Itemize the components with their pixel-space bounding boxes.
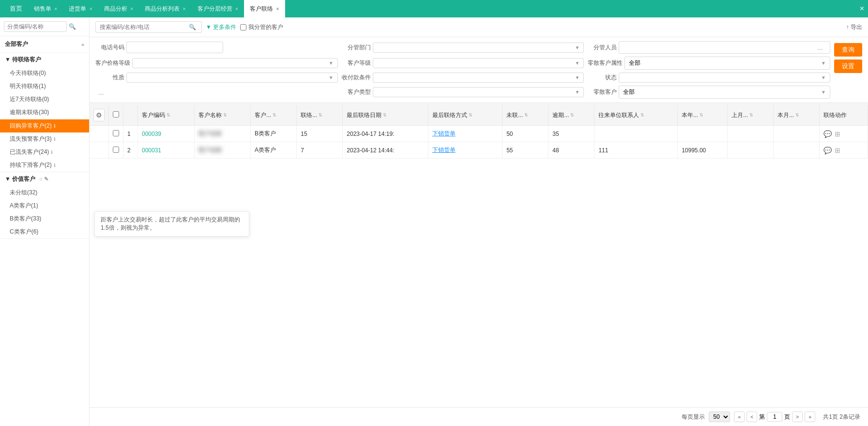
row1-last-contact-method[interactable]: 下销货单 xyxy=(428,126,502,142)
sidebar-search-input[interactable] xyxy=(4,21,67,32)
repurchase-anomaly-info-icon[interactable]: ℹ xyxy=(54,123,56,129)
filter-row-4: ... 客户类型 ▼ 零散客户 全部 xyxy=(95,86,830,99)
sidebar-search-icon[interactable]: 🔍 xyxy=(69,23,76,30)
dept-select[interactable]: ▼ xyxy=(373,43,584,53)
close-sales-tab[interactable]: × xyxy=(54,6,57,12)
search-input[interactable] xyxy=(100,24,187,30)
lost-warning-info-icon[interactable]: ℹ xyxy=(54,136,56,142)
more-fields-dots[interactable]: ... xyxy=(95,88,107,96)
row2-select-checkbox[interactable] xyxy=(113,147,119,153)
sidebar-item-unclassified[interactable]: 未分组(32) xyxy=(0,186,89,199)
nav-item-purchase[interactable]: 进货单 × xyxy=(63,0,98,17)
row1-chat-icon[interactable]: 💬 xyxy=(823,130,832,138)
sidebar-item-class-a[interactable]: A类客户(1) xyxy=(0,199,89,212)
customer-type-select[interactable]: ▼ xyxy=(373,87,584,97)
col-customer-type[interactable]: 客户... ⇅ xyxy=(251,105,297,126)
col-this-month[interactable]: 本月... ⇅ xyxy=(774,105,820,126)
row2-actions: 💬 ⊞ xyxy=(820,142,868,159)
nav-item-sales[interactable]: 销售单 × xyxy=(28,0,63,17)
price-level-select[interactable]: ▼ xyxy=(132,58,338,68)
customer-level-select[interactable]: ▼ xyxy=(373,58,584,68)
table-settings-button[interactable]: ⚙ xyxy=(93,109,105,121)
per-page-select[interactable]: 50 xyxy=(709,411,730,422)
close-customer-tier-tab[interactable]: × xyxy=(235,6,238,12)
sidebar-item-overdue-pending[interactable]: 逾期未联络(30) xyxy=(0,106,89,119)
my-customers-checkbox[interactable] xyxy=(240,24,246,30)
customer-level-field: 客户等级 ▼ xyxy=(342,58,584,68)
payment-field: 收付款条件 ▼ xyxy=(342,73,584,83)
sidebar-all-customers-header[interactable]: 全部客户 « xyxy=(0,36,89,53)
pending-contact-group: ▼ 待联络客户 今天待联络(0) 明天待联络(1) 近7天待联络(0) 逾期未联… xyxy=(0,53,89,119)
col-overdue[interactable]: 逾期... ⇅ xyxy=(548,105,594,126)
row1-grid-icon[interactable]: ⊞ xyxy=(835,130,840,138)
sidebar-item-today-pending[interactable]: 今天待联络(0) xyxy=(0,67,89,80)
col-last-contact-method[interactable]: 最后联络方式 ⇅ xyxy=(428,105,502,126)
retail-customer-select[interactable]: 全部 ▼ xyxy=(619,86,830,99)
sidebar-item-tomorrow-pending[interactable]: 明天待联络(1) xyxy=(0,80,89,93)
row1-code[interactable]: 000039 xyxy=(138,126,195,142)
declining-info-icon[interactable]: ℹ xyxy=(54,162,56,168)
next-page-button[interactable]: > xyxy=(792,411,803,422)
price-level-chevron-icon: ▼ xyxy=(329,60,334,66)
already-lost-info-icon[interactable]: ℹ xyxy=(51,149,53,155)
col-contact[interactable]: 联络... ⇅ xyxy=(297,105,343,126)
row2-code[interactable]: 000031 xyxy=(138,142,195,159)
sidebar-item-repurchase-anomaly[interactable]: 回购异常客户(2) ℹ xyxy=(0,119,89,132)
sidebar-item-already-lost[interactable]: 已流失客户(24) ℹ xyxy=(0,146,89,159)
row2-method-link[interactable]: 下销货单 xyxy=(432,147,456,153)
sidebar-item-declining[interactable]: 持续下滑客户(2) ℹ xyxy=(0,159,89,172)
nav-item-customer-contact[interactable]: 客户联络 × xyxy=(244,0,285,17)
phone-input[interactable] xyxy=(126,42,223,53)
close-product-analysis-list-tab[interactable]: × xyxy=(183,6,185,12)
prev-page-button[interactable]: < xyxy=(746,411,757,422)
col-code[interactable]: 客户编码 ⇅ xyxy=(138,105,195,126)
nav-item-home[interactable]: 首页 xyxy=(4,0,28,17)
sidebar-item-class-b[interactable]: B类客户(33) xyxy=(0,212,89,225)
search-bar-icon[interactable]: 🔍 xyxy=(189,24,196,30)
dept-field: 分管部门 ▼ xyxy=(342,43,584,53)
col-last-month[interactable]: 上月... ⇅ xyxy=(728,105,774,126)
row2-chat-icon[interactable]: 💬 xyxy=(823,147,832,154)
last-page-button[interactable]: » xyxy=(805,411,815,422)
window-close-button[interactable]: × xyxy=(860,4,864,13)
manager-select[interactable]: ... xyxy=(619,41,830,54)
query-button[interactable]: 查询 xyxy=(834,43,862,57)
manager-dots-icon[interactable]: ... xyxy=(814,44,826,51)
value-group-header[interactable]: ▼ 价值客户 ○ ✎ xyxy=(0,172,89,186)
payment-select[interactable]: ▼ xyxy=(373,73,584,83)
select-all-checkbox[interactable] xyxy=(113,111,119,118)
nav-item-product-analysis-list[interactable]: 商品分析列表 × xyxy=(139,0,191,17)
value-group-edit-icons[interactable]: ○ ✎ xyxy=(39,176,48,182)
more-filters-button[interactable]: ▼ 更多条件 xyxy=(206,23,236,31)
sidebar-item-7day-pending[interactable]: 近7天待联络(0) xyxy=(0,93,89,106)
row1-select-checkbox[interactable] xyxy=(113,130,119,136)
sidebar-collapse-button[interactable]: « xyxy=(81,42,84,47)
close-product-analysis-tab[interactable]: × xyxy=(130,6,133,12)
gender-select[interactable]: ▼ xyxy=(126,73,338,83)
row2-grid-icon[interactable]: ⊞ xyxy=(835,147,840,154)
col-last-contact-date[interactable]: 最后联络日期 ⇅ xyxy=(343,105,428,126)
nav-item-customer-tier[interactable]: 客户分层经营 × xyxy=(192,0,244,17)
first-page-button[interactable]: « xyxy=(734,411,745,422)
sidebar-item-lost-warning[interactable]: 流失预警客户(3) ℹ xyxy=(0,132,89,146)
close-customer-contact-tab[interactable]: × xyxy=(276,6,279,12)
settings-button[interactable]: 设置 xyxy=(834,59,862,73)
nav-item-product-analysis[interactable]: 商品分析 × xyxy=(98,0,139,17)
export-button[interactable]: ↑ 导出 xyxy=(846,23,862,31)
row2-last-contact-method[interactable]: 下销货单 xyxy=(428,142,502,159)
col-name[interactable]: 客户名称 ⇅ xyxy=(194,105,251,126)
col-this-year[interactable]: 本年... ⇅ xyxy=(678,105,728,126)
col-unit-contact[interactable]: 往来单位联系人 ⇅ xyxy=(594,105,678,126)
retail-attr-select[interactable]: 全部 ▼ xyxy=(624,57,830,70)
page-number-input[interactable] xyxy=(767,412,782,422)
status-select[interactable]: ▼ xyxy=(619,73,830,83)
col-settings-icon[interactable]: ⚙ xyxy=(90,105,109,126)
close-purchase-tab[interactable]: × xyxy=(89,6,92,12)
row2-not-contacted: 55 xyxy=(503,142,548,159)
row1-method-link[interactable]: 下销货单 xyxy=(432,130,456,137)
col-not-contacted[interactable]: 未联... ⇅ xyxy=(503,105,548,126)
retail-attr-chevron-icon: ▼ xyxy=(821,60,826,66)
sidebar-item-class-c[interactable]: C类客户(6) xyxy=(0,225,89,238)
pending-contact-header[interactable]: ▼ 待联络客户 xyxy=(0,53,89,67)
date-sort-icon: ⇅ xyxy=(383,113,387,118)
